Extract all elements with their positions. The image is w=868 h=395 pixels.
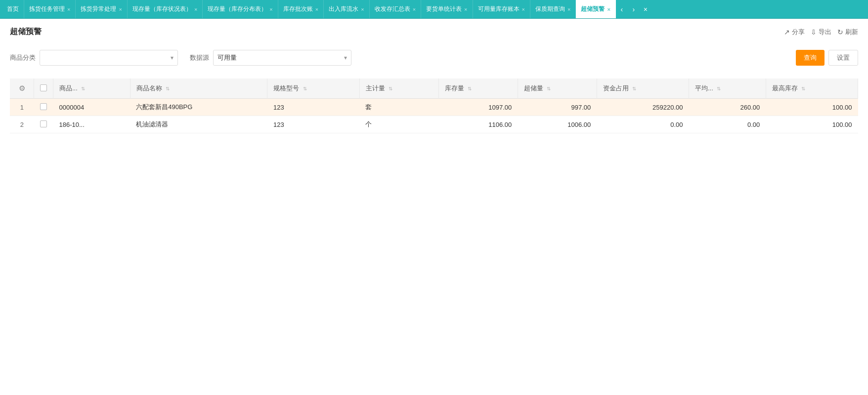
th-gear[interactable]: ⚙ (10, 79, 34, 99)
th-overstock-label: 超储量 (524, 84, 543, 92)
data-table: ⚙ 商品... ⇅ 商品名称 ⇅ 规格型号 ⇅ 主计量 (10, 79, 858, 133)
share-label: 分享 (792, 28, 805, 37)
row-checkbox-cell[interactable] (34, 99, 53, 116)
sort-overstock-icon: ⇅ (547, 86, 551, 91)
nav-tab-stock-status[interactable]: 现存量（库存状况表） × (128, 0, 203, 19)
query-button[interactable]: 查询 (796, 50, 825, 66)
th-product-name-label: 商品名称 (136, 84, 162, 92)
category-arrow-icon: ▾ (171, 54, 174, 61)
nav-tab-avail-label: 可用量库存账本 (478, 5, 520, 13)
nav-tab-quality-close[interactable]: × (567, 6, 570, 12)
row-capital: 259220.00 (597, 99, 689, 116)
export-icon: ⇩ (811, 28, 817, 36)
nav-tab-stock-dist-label: 现存量（库存分布表） (208, 5, 267, 13)
nav-tab-collect[interactable]: 收发存汇总表 × (370, 0, 421, 19)
th-spec-label: 规格型号 (273, 84, 299, 92)
nav-tab-order-stat-label: 要货单统计表 (426, 5, 462, 13)
sort-capital-icon: ⇅ (632, 86, 636, 91)
row-overstock: 1006.00 (518, 116, 597, 133)
th-product-code[interactable]: 商品... ⇅ (53, 79, 130, 99)
refresh-label: 刷新 (845, 28, 858, 37)
nav-tab-overstock[interactable]: 超储预警 × (576, 0, 615, 19)
nav-tab-avail-close[interactable]: × (522, 6, 525, 12)
top-nav: 首页 拣货任务管理 × 拣货异常处理 × 现存量（库存状况表） × 现存量（库存… (0, 0, 868, 19)
category-label: 商品分类 (10, 53, 36, 62)
th-select-all[interactable] (34, 79, 53, 99)
th-stock[interactable]: 库存量 ⇅ (438, 79, 518, 99)
th-capital-label: 资金占用 (603, 84, 629, 92)
filter-group-datasource: 数据源 可用量 ▾ (190, 50, 351, 66)
nav-tab-home-label: 首页 (7, 5, 19, 13)
refresh-icon: ↻ (837, 28, 843, 36)
th-avg-label: 平均... (695, 84, 713, 92)
nav-tab-quality[interactable]: 保质期查询 × (530, 0, 576, 19)
row-product-name: 六配套新昌490BPG (130, 99, 267, 116)
share-button[interactable]: ↗ 分享 (784, 28, 805, 37)
sort-product-code-icon: ⇅ (81, 86, 85, 91)
row-product-code: 186-10... (53, 116, 130, 133)
nav-tab-task-label: 拣货任务管理 (29, 5, 65, 13)
nav-prev-arrow[interactable]: ‹ (616, 0, 628, 19)
th-capital[interactable]: 资金占用 ⇅ (597, 79, 689, 99)
th-avg[interactable]: 平均... ⇅ (689, 79, 766, 99)
nav-tab-home[interactable]: 首页 (2, 0, 24, 19)
sort-max-stock-icon: ⇅ (801, 86, 805, 91)
nav-tab-batch-close[interactable]: × (315, 6, 318, 12)
th-max-stock[interactable]: 最高库存 ⇅ (766, 79, 858, 99)
nav-tab-inout-label: 出入库流水 (329, 5, 358, 13)
th-spec[interactable]: 规格型号 ⇅ (267, 79, 359, 99)
settings-button[interactable]: 设置 (828, 50, 858, 66)
datasource-label: 数据源 (190, 53, 209, 62)
th-product-code-label: 商品... (59, 84, 78, 92)
sort-stock-icon: ⇅ (468, 86, 472, 91)
nav-tab-overstock-label: 超储预警 (581, 5, 605, 13)
filter-actions: 查询 设置 (796, 50, 858, 66)
export-button[interactable]: ⇩ 导出 (811, 28, 831, 37)
sort-avg-icon: ⇅ (717, 86, 721, 91)
nav-more-arrow[interactable]: × (640, 0, 651, 19)
nav-tab-overstock-close[interactable]: × (607, 6, 610, 12)
share-icon: ↗ (784, 28, 790, 36)
row-capital: 0.00 (597, 116, 689, 133)
refresh-button[interactable]: ↻ 刷新 (837, 28, 858, 37)
row-unit: 个 (359, 116, 438, 133)
nav-tab-order-stat[interactable]: 要货单统计表 × (421, 0, 473, 19)
nav-tab-inout[interactable]: 出入库流水 × (324, 0, 369, 19)
nav-tab-abnormal-label: 拣货异常处理 (81, 5, 116, 13)
th-overstock[interactable]: 超储量 ⇅ (518, 79, 597, 99)
th-unit-label: 主计量 (366, 84, 385, 92)
page-title: 超储预警 (10, 27, 42, 37)
select-all-checkbox[interactable] (40, 84, 47, 91)
sort-spec-icon: ⇅ (303, 86, 307, 91)
row-checkbox[interactable] (40, 103, 47, 110)
nav-next-arrow[interactable]: › (628, 0, 640, 19)
nav-tab-batch[interactable]: 库存批次账 × (278, 0, 324, 19)
datasource-select[interactable]: 可用量 ▾ (213, 50, 351, 66)
row-checkbox[interactable] (40, 120, 47, 127)
nav-tab-stock-dist[interactable]: 现存量（库存分布表） × (203, 0, 278, 19)
th-product-name[interactable]: 商品名称 ⇅ (130, 79, 267, 99)
nav-tab-stock-dist-close[interactable]: × (269, 6, 272, 12)
row-avg: 260.00 (689, 99, 766, 116)
export-label: 导出 (819, 28, 831, 37)
sort-product-name-icon: ⇅ (166, 86, 170, 91)
nav-tab-abnormal-close[interactable]: × (119, 6, 122, 12)
row-checkbox-cell[interactable] (34, 116, 53, 133)
nav-tab-task[interactable]: 拣货任务管理 × (24, 0, 76, 19)
category-select[interactable]: ▾ (40, 50, 178, 66)
nav-tab-avail[interactable]: 可用量库存账本 × (473, 0, 530, 19)
nav-tab-collect-close[interactable]: × (413, 6, 416, 12)
nav-tab-abnormal[interactable]: 拣货异常处理 × (76, 0, 127, 19)
nav-tab-inout-close[interactable]: × (361, 6, 364, 12)
nav-tab-task-close[interactable]: × (67, 6, 70, 12)
main-content: 超储预警 ↗ 分享 ⇩ 导出 ↻ 刷新 商品分类 ▾ 数据源 (0, 19, 868, 395)
table-row[interactable]: 2 186-10... 机油滤清器 123 个 1106.00 1006.00 … (10, 116, 858, 133)
datasource-arrow-icon: ▾ (344, 54, 347, 61)
table-header: ⚙ 商品... ⇅ 商品名称 ⇅ 规格型号 ⇅ 主计量 (10, 79, 858, 99)
row-avg: 0.00 (689, 116, 766, 133)
nav-tab-order-stat-close[interactable]: × (464, 6, 467, 12)
column-settings-icon[interactable]: ⚙ (16, 82, 28, 94)
table-row[interactable]: 1 0000004 六配套新昌490BPG 123 套 1097.00 997.… (10, 99, 858, 116)
nav-tab-stock-status-close[interactable]: × (194, 6, 197, 12)
th-unit[interactable]: 主计量 ⇅ (359, 79, 438, 99)
